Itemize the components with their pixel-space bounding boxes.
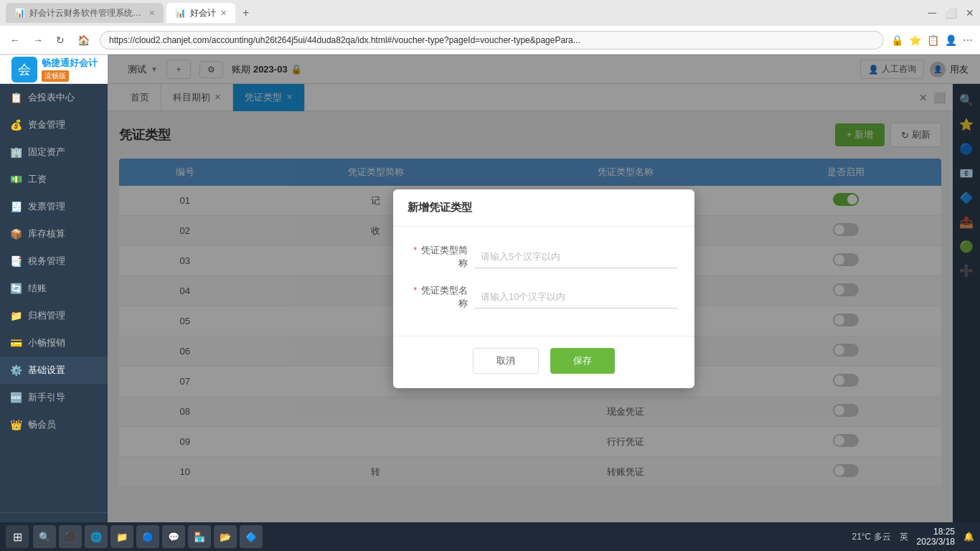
fixed-assets-icon: 🏢: [10, 146, 22, 158]
sidebar-item-dashboard[interactable]: 📋 会投表中心: [0, 84, 108, 111]
dashboard-icon: 📋: [10, 92, 22, 103]
logo-area: 会 畅捷通好会计 流畅版: [11, 57, 119, 83]
close-btn[interactable]: ✕: [966, 7, 974, 19]
short-input[interactable]: [475, 245, 677, 268]
taskbar-files[interactable]: 📂: [214, 525, 237, 548]
minimize-btn[interactable]: ─: [928, 6, 936, 19]
maximize-btn[interactable]: ⬜: [945, 7, 957, 19]
salary-icon: 💵: [10, 174, 22, 185]
invoice-icon: 🧾: [10, 201, 22, 212]
sidebar-label-salary: 工资: [28, 173, 47, 186]
sidebar-label-inventory: 库存核算: [28, 227, 65, 240]
back-button[interactable]: ←: [7, 33, 23, 47]
name-label: * 凭证类型名称: [410, 284, 475, 310]
modal-overlay: 新增凭证类型 * 凭证类型简称 * 凭证类型名称 取消 保存: [108, 55, 980, 522]
sidebar-item-capital[interactable]: 💰 资金管理: [0, 111, 108, 138]
archive-icon: 📁: [10, 310, 22, 321]
taskbar-search[interactable]: 🔍: [33, 525, 56, 548]
tab1-close[interactable]: ✕: [149, 9, 155, 18]
sidebar: 📋 会投表中心 💰 资金管理 🏢 固定资产 💵 工资 🧾 发票管理 📦: [0, 84, 108, 551]
modal-footer: 取消 保存: [393, 336, 694, 388]
input-lang: 英: [900, 531, 908, 543]
short-label: * 凭证类型简称: [410, 244, 475, 270]
taskbar-edge[interactable]: 🌐: [85, 525, 108, 548]
logo-main-text: 畅捷通好会计: [42, 57, 98, 70]
sidebar-item-member[interactable]: 👑 畅会员: [0, 411, 108, 438]
sidebar-label-tax: 税务管理: [28, 255, 65, 268]
modal-dialog: 新增凭证类型 * 凭证类型简称 * 凭证类型名称 取消 保存: [393, 189, 694, 388]
sidebar-label-member: 畅会员: [28, 418, 56, 431]
extension-icon-4[interactable]: 👤: [945, 34, 957, 46]
sidebar-label-settle: 结账: [28, 282, 47, 295]
save-button[interactable]: 保存: [550, 348, 615, 374]
required-mark-2: *: [413, 285, 417, 296]
logo-sub-text: 流畅版: [42, 70, 69, 82]
taskbar-taskview[interactable]: ⬛: [59, 525, 82, 548]
tab1-title: 好会计云财务软件管理系统_会计: [29, 7, 144, 19]
extension-icon-1[interactable]: 🔒: [891, 34, 903, 46]
browser-tab-2[interactable]: 📊 好会计 ✕: [166, 3, 235, 23]
notification-icon[interactable]: 🔔: [963, 532, 974, 542]
sidebar-item-inventory[interactable]: 📦 库存核算: [0, 220, 108, 248]
taskbar: ⊞ 🔍 ⬛ 🌐 📁 🔵 💬 🏪 📂 🔷 21°C 多云 英 18:25 2023…: [0, 522, 980, 551]
refresh-button[interactable]: ↻: [53, 33, 67, 47]
form-row-short: * 凭证类型简称: [410, 244, 677, 270]
sidebar-label-archive: 归档管理: [28, 309, 65, 322]
sidebar-label-invoice: 发票管理: [28, 200, 65, 213]
sidebar-label-capital: 资金管理: [28, 118, 65, 131]
time-value: 18:25: [917, 527, 955, 537]
taskbar-explorer[interactable]: 📁: [110, 525, 133, 548]
sidebar-scroll: 📋 会投表中心 💰 资金管理 🏢 固定资产 💵 工资 🧾 发票管理 📦: [0, 84, 108, 512]
settings-menu[interactable]: ⋯: [963, 34, 973, 46]
browser-chrome: 📊 好会计云财务软件管理系统_会计 ✕ 📊 好会计 ✕ + ─ ⬜ ✕ ← → …: [0, 0, 980, 55]
tab2-close[interactable]: ✕: [220, 9, 227, 18]
capital-icon: 💰: [10, 119, 22, 131]
extension-icon-2[interactable]: ⭐: [909, 34, 921, 46]
taskbar-edge2[interactable]: 🔷: [240, 525, 263, 548]
home-button[interactable]: 🏠: [75, 33, 93, 47]
tab-bar: 📊 好会计云财务软件管理系统_会计 ✕ 📊 好会计 ✕ + ─ ⬜ ✕: [0, 0, 980, 26]
sidebar-item-settings[interactable]: ⚙️ 基础设置: [0, 357, 108, 384]
forward-button[interactable]: →: [30, 33, 46, 47]
modal-title: 新增凭证类型: [407, 201, 472, 213]
sidebar-label-expense: 小畅报销: [28, 336, 65, 349]
sidebar-label-dashboard: 会投表中心: [28, 91, 75, 104]
logo-text-area: 畅捷通好会计 流畅版: [42, 57, 98, 82]
sidebar-item-expense[interactable]: 💳 小畅报销: [0, 329, 108, 357]
start-button[interactable]: ⊞: [6, 525, 29, 548]
new-tab-button[interactable]: +: [238, 6, 253, 19]
modal-body: * 凭证类型简称 * 凭证类型名称: [393, 227, 694, 336]
sidebar-item-salary[interactable]: 💵 工资: [0, 166, 108, 193]
browser-tab-1[interactable]: 📊 好会计云财务软件管理系统_会计 ✕: [6, 3, 164, 23]
tab2-favicon: 📊: [175, 8, 186, 18]
date-value: 2023/3/18: [917, 537, 955, 547]
address-input[interactable]: [100, 31, 884, 50]
app-logo-icon: 会: [11, 57, 37, 83]
member-icon: 👑: [10, 419, 22, 430]
sidebar-label-guide: 新手引导: [28, 391, 65, 404]
weather-info: 21°C 多云: [852, 531, 890, 543]
sidebar-item-archive[interactable]: 📁 归档管理: [0, 302, 108, 329]
name-input[interactable]: [475, 286, 677, 309]
required-mark-1: *: [413, 245, 417, 255]
form-row-name: * 凭证类型名称: [410, 284, 677, 310]
sidebar-item-invoice[interactable]: 🧾 发票管理: [0, 193, 108, 220]
address-bar: ← → ↻ 🏠 🔒 ⭐ 📋 👤 ⋯: [0, 26, 980, 55]
taskbar-chrome[interactable]: 🔵: [136, 525, 159, 548]
extension-icon-3[interactable]: 📋: [927, 34, 939, 46]
sidebar-item-guide[interactable]: 🆕 新手引导: [0, 384, 108, 411]
taskbar-wechat[interactable]: 💬: [162, 525, 185, 548]
sidebar-item-settle[interactable]: 🔄 结账: [0, 275, 108, 302]
settle-icon: 🔄: [10, 283, 22, 294]
tab2-title: 好会计: [190, 7, 216, 19]
taskbar-store[interactable]: 🏪: [188, 525, 211, 548]
sidebar-label-settings: 基础设置: [28, 364, 65, 377]
sidebar-label-fixed-assets: 固定资产: [28, 146, 65, 159]
sidebar-item-tax[interactable]: 📑 税务管理: [0, 248, 108, 275]
tab1-favicon: 📊: [14, 8, 25, 18]
settings-icon: ⚙️: [10, 364, 22, 376]
cancel-button[interactable]: 取消: [473, 348, 539, 374]
toolbar-icons: 🔒 ⭐ 📋 👤 ⋯: [891, 34, 973, 46]
sidebar-item-fixed-assets[interactable]: 🏢 固定资产: [0, 138, 108, 166]
taskbar-apps: 🔍 ⬛ 🌐 📁 🔵 💬 🏪 📂 🔷: [33, 525, 263, 548]
